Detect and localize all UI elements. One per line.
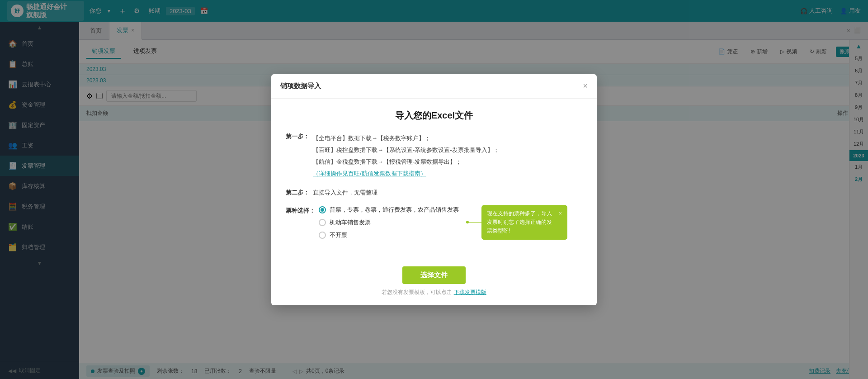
ticket-label: 票种选择： <box>286 206 315 215</box>
radio-general[interactable]: 普票，专票，卷票，通行费发票，农产品销售发票 <box>319 206 459 214</box>
modal-title: 销项数据导入 <box>280 82 321 90</box>
modal-header: 销项数据导入 × <box>271 74 597 99</box>
download-template-row: 若您没有发票模版，可以点击 下载发票模版 <box>382 289 486 296</box>
step2-text: 直接导入文件，无需整理 <box>313 189 377 197</box>
radio-motor-label: 机动车销售发票 <box>330 218 371 227</box>
import-modal: 销项数据导入 × 导入您的Excel文件 第一步： 【全电平台】数据下载→【税务… <box>271 74 597 305</box>
radio-general-dot <box>321 208 324 212</box>
modal-footer: 选择文件 若您没有发票模版，可以点击 下载发票模版 <box>271 259 597 305</box>
radio-motor-circle <box>319 219 326 226</box>
select-file-btn[interactable]: 选择文件 <box>402 266 466 284</box>
download-hint: 若您没有发票模版，可以点击 <box>382 289 452 295</box>
radio-no-invoice-label: 不开票 <box>330 231 347 239</box>
step1-link[interactable]: （详细操作见百旺/航信发票数据下载指南） <box>313 168 499 180</box>
step2-section: 第二步： 直接导入文件，无需整理 <box>286 189 582 197</box>
step1-line1: 【全电平台】数据下载→【税务数字账户】； <box>313 133 499 144</box>
tooltip-close-btn[interactable]: × <box>559 209 562 218</box>
tooltip-text: 现在支持的票种多了，导入发票时别忘了选择正确的发票类型呀! <box>487 209 557 236</box>
step1-section: 第一步： 【全电平台】数据下载→【税务数字账户】； 【百旺】税控盘数据下载→【系… <box>286 133 582 180</box>
radio-group: 普票，专票，卷票，通行费发票，农产品销售发票 机动车销售发票 现在 <box>319 206 459 239</box>
modal-overlay: 销项数据导入 × 导入您的Excel文件 第一步： 【全电平台】数据下载→【税务… <box>0 0 868 379</box>
radio-no-invoice[interactable]: 不开票 <box>319 231 459 239</box>
step1-line2: 【百旺】税控盘数据下载→【系统设置-系统参数设置-发票批量导入】； <box>313 144 499 156</box>
modal-main-title: 导入您的Excel文件 <box>286 109 582 122</box>
step2-label: 第二步： <box>286 189 309 197</box>
radio-no-invoice-circle <box>319 232 326 239</box>
modal-close-btn[interactable]: × <box>583 81 588 91</box>
radio-motor[interactable]: 机动车销售发票 现在支持的票种多了，导入发票时别忘了选择正确的发票类型呀! × <box>319 218 459 227</box>
tooltip-bubble: 现在支持的票种多了，导入发票时别忘了选择正确的发票类型呀! × <box>481 205 567 240</box>
tooltip-connector: 现在支持的票种多了，导入发票时别忘了选择正确的发票类型呀! × <box>466 205 567 240</box>
step1-label: 第一步： <box>286 133 309 141</box>
ticket-section: 票种选择： 普票，专票，卷票，通行费发票，农产品销售发票 机动车销售 <box>286 206 582 239</box>
download-template-link[interactable]: 下载发票模版 <box>454 289 486 295</box>
radio-general-circle <box>319 206 326 213</box>
step1-line3: 【航信】金税盘数据下载→【报税管理-发票数据导出】； <box>313 156 499 168</box>
modal-body: 导入您的Excel文件 第一步： 【全电平台】数据下载→【税务数字账户】； 【百… <box>271 99 597 259</box>
radio-general-label: 普票，专票，卷票，通行费发票，农产品销售发票 <box>330 206 459 214</box>
tooltip-line <box>469 222 481 223</box>
